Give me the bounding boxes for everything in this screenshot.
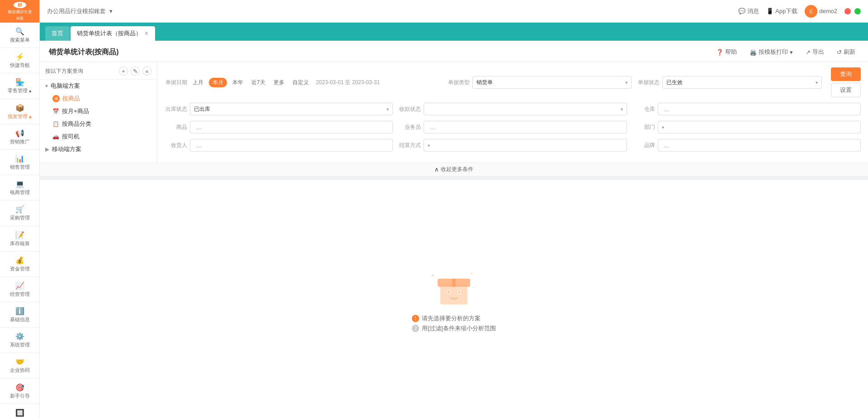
sidebar-item-2[interactable]: 🏪零售管理 ▴ <box>0 73 39 99</box>
print-icon: 🖨️ <box>750 49 757 56</box>
user-menu[interactable]: E demo2 <box>805 5 837 18</box>
sidebar-item-6[interactable]: 💻电商管理 <box>0 175 39 200</box>
sidebar-icon-2: 🏪 <box>15 78 24 86</box>
tab-report[interactable]: 销货单统计表（按商品） ✕ <box>71 26 155 41</box>
user-avatar-text: E <box>810 9 813 14</box>
filter-section: 按以下方案查询 + ✎ « ▾ 电脑端方案 按 按商品 📅 <box>40 62 868 176</box>
refresh-btn[interactable]: ↺ 刷新 <box>833 46 859 58</box>
app-download-btn[interactable]: 📱 App下载 <box>766 7 797 15</box>
sidebar-icon-10: 📈 <box>15 281 24 290</box>
sidebar-label-9: 资金管理 <box>10 266 30 272</box>
filter-department-select[interactable]: ▾ <box>658 121 861 133</box>
filter-salesperson-select[interactable]: … <box>424 121 627 133</box>
empty-tip-1-text: 请先选择要分析的方案 <box>422 314 481 323</box>
page-title: 销货单统计表(按商品) <box>49 48 119 57</box>
filter-recipient-select[interactable]: … <box>190 139 393 152</box>
tab-close-icon[interactable]: ✕ <box>144 30 149 37</box>
sidebar-item-14[interactable]: 🎯新手引导 <box>0 379 39 404</box>
sidebar-label-11: 基础信息 <box>10 317 30 323</box>
sidebar-icon-14: 🎯 <box>15 383 24 392</box>
tree-item-by-goods[interactable]: 按 按商品 <box>40 92 157 105</box>
dropdown-icon[interactable]: ▾ <box>109 8 113 14</box>
filter-out-status-select[interactable]: 已出库 ▾ <box>190 103 393 115</box>
sidebar-item-9[interactable]: 💰资金管理 <box>0 252 39 277</box>
window-close-btn[interactable]: ✕ <box>844 8 851 14</box>
message-btn[interactable]: 💬 消息 <box>738 7 759 15</box>
sidebar-item-0[interactable]: 🔍搜索菜单 <box>0 23 39 48</box>
filter-payment-arrow: ▾ <box>621 107 623 112</box>
window-maximize-btn[interactable]: ⊞ <box>854 8 861 14</box>
date-btn-more[interactable]: 更多 <box>271 78 287 87</box>
sidebar-item-7[interactable]: 🛒采购管理 <box>0 200 39 226</box>
sidebar-item-3[interactable]: 📦批发管理 ▴ <box>0 99 39 124</box>
tree-section-pc[interactable]: ▾ 电脑端方案 <box>40 80 157 92</box>
filter-bill-status-select[interactable]: 已生效 ▾ <box>662 76 822 89</box>
filter-salesperson-item: 业务员 … <box>398 121 627 133</box>
tab-home[interactable]: 首页 <box>45 26 70 41</box>
filter-brand-item: 品牌 … <box>632 139 861 152</box>
sidebar-icon-13: 🤝 <box>15 357 24 366</box>
filter-salesperson-label: 业务员 <box>398 124 421 131</box>
sidebar-label-14: 新手引导 <box>10 393 30 399</box>
svg-text:✦: ✦ <box>430 272 435 279</box>
date-btn-this-month[interactable]: 本月 <box>209 78 227 87</box>
filter-bill-type-value: 销货单 <box>476 79 493 86</box>
sidebar-label-7: 采购管理 <box>10 215 30 221</box>
export-btn[interactable]: ↗ 导出 <box>802 46 828 58</box>
sidebar-label-0: 搜索菜单 <box>10 37 30 43</box>
sidebar-icon-3: 📦 <box>15 104 24 112</box>
collapse-row[interactable]: ∧ 收起更多条件 <box>40 162 868 176</box>
tree-edit-btn[interactable]: ✎ <box>131 66 140 76</box>
filter-settlement-arrow: ▾ <box>428 143 430 148</box>
date-btn-custom[interactable]: 自定义 <box>290 78 311 87</box>
sidebar-icon-12: ⚙️ <box>15 332 24 341</box>
sidebar-item-11[interactable]: ℹ️基础信息 <box>0 302 39 328</box>
sidebar: 好 畅捷通好生意 标版 🔍搜索菜单⚡快捷导航🏪零售管理 ▴📦批发管理 ▴📢营销推… <box>0 0 40 418</box>
export-label: 导出 <box>812 48 824 56</box>
tree-section-mobile[interactable]: ▶ 移动端方案 <box>40 143 157 156</box>
sidebar-icon-1: ⚡ <box>15 52 24 61</box>
tree-expand-icon: ▾ <box>45 83 48 89</box>
sidebar-item-15[interactable]: 🔲应用中心 <box>0 404 39 418</box>
sidebar-item-10[interactable]: 📈经营管理 <box>0 277 39 302</box>
date-btn-this-year[interactable]: 本年 <box>230 78 246 87</box>
filter-bill-status-label: 单据状态 <box>637 79 660 86</box>
empty-svg: ✦ ✦ ✦ <box>427 264 481 309</box>
print-btn[interactable]: 🖨️ 按模板打印 ▾ <box>746 46 797 58</box>
tree-item-by-driver[interactable]: 🚗 按司机 <box>40 130 157 143</box>
sidebar-item-8[interactable]: 📝库存核算 <box>0 226 39 252</box>
filter-warehouse-label: 仓库 <box>632 105 655 113</box>
sidebar-item-5[interactable]: 📊销售管理 <box>0 150 39 175</box>
tree-item-icon-driver: 🚗 <box>52 133 59 140</box>
tree-collapse-btn[interactable]: « <box>142 66 151 76</box>
filter-brand-select[interactable]: … <box>658 139 861 152</box>
sidebar-item-13[interactable]: 🤝企业协同 <box>0 353 39 378</box>
filter-goods-select[interactable]: … <box>190 121 393 133</box>
date-btn-7days[interactable]: 近7天 <box>249 78 268 87</box>
svg-rect-2 <box>452 279 456 287</box>
tree-item-by-category[interactable]: 📋 按商品分类 <box>40 118 157 130</box>
setting-btn[interactable]: 设置 <box>831 83 861 97</box>
sidebar-label-3: 批发管理 ▴ <box>8 114 32 119</box>
filter-out-status-value: 已出库 <box>194 105 210 113</box>
filter-payment-select[interactable]: ▾ <box>424 103 627 115</box>
help-icon: ❓ <box>716 49 723 56</box>
filter-settlement-select[interactable]: ▾ <box>424 139 627 152</box>
sidebar-item-1[interactable]: ⚡快捷导航 <box>0 48 39 73</box>
sidebar-item-12[interactable]: ⚙️系统管理 <box>0 328 39 353</box>
tree-add-btn[interactable]: + <box>119 66 128 76</box>
logo-text: 畅捷通好生意 <box>8 9 32 15</box>
filter-warehouse-select[interactable]: … <box>658 103 861 115</box>
sidebar-item-4[interactable]: 📢营销推广 <box>0 124 39 150</box>
filter-bill-type-label: 单据类型 <box>447 79 470 86</box>
query-btn[interactable]: 查询 <box>831 67 861 81</box>
app-download-label: App下载 <box>775 7 797 15</box>
filter-payment-label: 收款状态 <box>398 105 421 113</box>
help-btn[interactable]: ❓ 帮助 <box>712 46 741 58</box>
date-btn-last-month[interactable]: 上月 <box>190 78 206 87</box>
filter-bill-type-select[interactable]: 销货单 ▾ <box>472 76 632 89</box>
tree-item-by-month-goods[interactable]: 📅 按月+商品 <box>40 105 157 118</box>
filter-date-control: 上月 本月 本年 近7天 更多 自定义 2023-03-01 至 2023-03… <box>190 78 442 87</box>
tree-panel: 按以下方案查询 + ✎ « ▾ 电脑端方案 按 按商品 📅 <box>40 62 157 162</box>
sidebar-icon-4: 📢 <box>15 129 24 138</box>
